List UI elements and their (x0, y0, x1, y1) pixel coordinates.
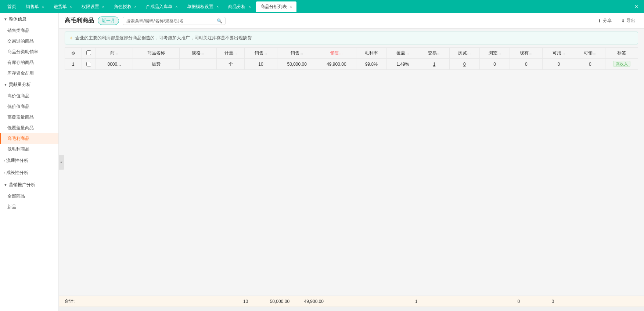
tip-icon: ✧ (69, 36, 73, 41)
select-all-checkbox[interactable] (86, 50, 91, 55)
col-browse1-header: 浏览... (449, 48, 479, 59)
sidebar-item-sales-products[interactable]: 销售类商品 (0, 25, 58, 36)
trans-link[interactable]: 1 (433, 62, 436, 67)
browse1-link[interactable]: 0 (463, 62, 466, 67)
sidebar-item-stock-capital[interactable]: 库存资金占用 (0, 68, 58, 79)
sidebar-section-overall[interactable]: ▼ 整体信息 (0, 13, 58, 25)
nav-role-auth[interactable]: 角色授权 × (109, 1, 141, 12)
sidebar-item-high-value[interactable]: 高价值商品 (0, 91, 58, 101)
window-close-button[interactable]: × (632, 3, 641, 10)
search-input[interactable] (126, 18, 215, 23)
close-doc-template-icon[interactable]: × (216, 5, 219, 9)
arrow-liquidity-icon: › (4, 159, 5, 163)
table-container: ⚙ 商... 商品名称 规格... 计量... 销售... 销售... 销售..… (59, 47, 644, 296)
cell-trans: 1 (419, 59, 449, 70)
cell-spec (179, 59, 216, 70)
col-tag-header: 标签 (605, 48, 638, 59)
cell-name: 运费 (133, 59, 180, 70)
footer-avail: 0 (536, 299, 570, 304)
sidebar-section-contribution[interactable]: ▼ 贡献量分析 (0, 79, 58, 91)
cell-sales-qty: 10 (245, 59, 277, 70)
sidebar-item-low-margin[interactable]: 低毛利商品 (0, 144, 58, 155)
search-box: 🔍 (123, 17, 226, 25)
col-code-header: 商... (96, 48, 133, 59)
sidebar-item-traded-products[interactable]: 交易过的商品 (0, 36, 58, 47)
sidebar-section-growth[interactable]: › 成长性分析 (0, 167, 58, 179)
page-title: 高毛利商品 (65, 17, 94, 25)
sidebar-section-liquidity[interactable]: › 流通性分析 (0, 155, 58, 167)
sidebar-section-contribution-label: 贡献量分析 (9, 82, 31, 88)
footer-sales-profit: 49,900.00 (297, 299, 331, 304)
col-sales-qty-header: 销售... (245, 48, 277, 59)
table-row: 1 0000... 运费 个 10 50,000.00 49,900.00 99… (65, 59, 638, 70)
sidebar-item-all-products[interactable]: 全部商品 (0, 191, 58, 202)
col-margin-header: 毛利率 (356, 48, 386, 59)
row-checkbox[interactable] (86, 62, 91, 66)
nav-sales-order[interactable]: 销售单 × (21, 1, 48, 12)
sidebar-section-growth-label: 成长性分析 (6, 170, 28, 176)
nav-product-analysis-list[interactable]: 商品分析列表 × (256, 1, 296, 12)
sidebar-item-in-stock-products[interactable]: 有库存的商品 (0, 57, 58, 68)
close-product-inbound-icon[interactable]: × (175, 5, 177, 9)
share-button[interactable]: ⬆ 分享 (595, 16, 615, 25)
close-sales-order-icon[interactable]: × (42, 5, 44, 9)
col-sales-profit-header: 销售... (317, 48, 356, 59)
search-icon[interactable]: 🔍 (217, 18, 222, 23)
col-sales-amt-header: 销售... (277, 48, 317, 59)
sidebar-item-high-coverage[interactable]: 高覆盖量商品 (0, 112, 58, 123)
close-permission-settings-icon[interactable]: × (102, 5, 104, 9)
col-name-header: 商品名称 (133, 48, 180, 59)
nav-home[interactable]: 首页 (3, 1, 21, 12)
footer-bar: 合计: 10 50,000.00 49,900.00 1 0 0 (59, 296, 644, 307)
filter-period-button[interactable]: 近一月 (98, 17, 119, 25)
col-checkbox[interactable] (82, 48, 96, 59)
cell-num: 1 (65, 59, 82, 70)
sidebar-item-new-products[interactable]: 新品 (0, 202, 58, 212)
nav-doc-template[interactable]: 单据模板设置 × (183, 1, 223, 12)
nav-purchase-order[interactable]: 进货单 × (49, 1, 76, 12)
export-icon: ⬇ (621, 18, 625, 23)
close-role-auth-icon[interactable]: × (134, 5, 137, 9)
share-icon: ⬆ (598, 18, 601, 23)
table-body: 1 0000... 运费 个 10 50,000.00 49,900.00 99… (65, 59, 638, 70)
close-product-analysis-list-icon[interactable]: × (290, 5, 292, 9)
col-unit-header: 计量... (217, 48, 245, 59)
nav-product-analysis[interactable]: 商品分析 × (224, 1, 255, 12)
main-layout: ▼ 整体信息 销售类商品 交易过的商品 商品分类助销率 有库存的商品 库存资金占… (0, 13, 644, 311)
cell-code: 0000... (96, 59, 133, 70)
close-purchase-order-icon[interactable]: × (70, 5, 72, 9)
col-cover-header: 覆盖... (386, 48, 419, 59)
col-sellable-header: 可销... (575, 48, 605, 59)
sidebar-item-high-margin[interactable]: 高毛利商品 (0, 133, 58, 144)
col-avail-header: 可用... (543, 48, 575, 59)
export-button[interactable]: ⬇ 导出 (618, 16, 638, 25)
content-header: 高毛利商品 近一月 🔍 ⬆ 分享 ⬇ 导出 (59, 13, 644, 29)
cell-sales-profit: 49,900.00 (317, 59, 356, 70)
settings-icon[interactable]: ⚙ (71, 51, 75, 56)
content-area: « 高毛利商品 近一月 🔍 ⬆ 分享 ⬇ 导出 ✧ 企业的主要的利润都是这部分商… (59, 13, 644, 311)
sidebar-item-low-coverage[interactable]: 低覆盖量商品 (0, 123, 58, 133)
arrow-marketing-icon: ▼ (4, 183, 7, 187)
col-settings[interactable]: ⚙ (65, 48, 82, 59)
col-browse2-header: 浏览... (480, 48, 510, 59)
horizontal-scrollbar[interactable] (59, 307, 644, 311)
sidebar-collapse-button[interactable]: « (59, 155, 64, 170)
sidebar-section-overall-label: 整体信息 (9, 16, 26, 22)
cell-check[interactable] (82, 59, 96, 70)
cell-tag: 高收入 (605, 59, 638, 70)
footer-stock: 0 (501, 299, 536, 304)
top-navigation: 首页 销售单 × 进货单 × 权限设置 × 角色授权 × 产成品入库单 × 单据… (0, 0, 644, 13)
sidebar-item-low-value[interactable]: 低价值商品 (0, 101, 58, 112)
footer-sales-amt: 50,000.00 (263, 299, 297, 304)
arrow-growth-icon: › (4, 171, 5, 175)
cell-browse1: 0 (449, 59, 479, 70)
nav-product-inbound[interactable]: 产成品入库单 × (141, 1, 182, 12)
sidebar-section-marketing[interactable]: ▼ 营销推广分析 (0, 179, 58, 191)
arrow-overall-icon: ▼ (4, 17, 7, 21)
cell-sellable: 0 (575, 59, 605, 70)
nav-permission-settings[interactable]: 权限设置 × (77, 1, 109, 12)
close-product-analysis-icon[interactable]: × (249, 5, 251, 9)
cell-cover: 1.49% (386, 59, 419, 70)
arrow-contribution-icon: ▼ (4, 83, 7, 87)
sidebar-item-category-sales-rate[interactable]: 商品分类助销率 (0, 47, 58, 57)
